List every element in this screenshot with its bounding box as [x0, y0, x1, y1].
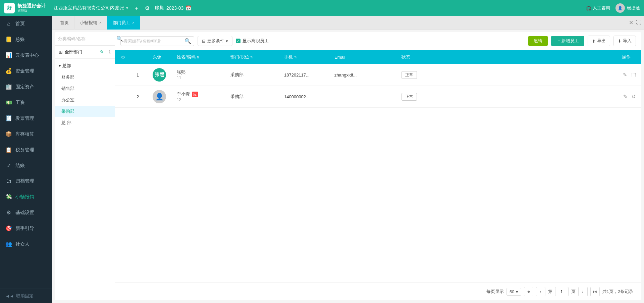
next-page-button[interactable]: › — [578, 287, 588, 296]
col-name-sort-icon: ⇅ — [197, 55, 199, 59]
sidebar-item-home[interactable]: ⌂ 首页 — [0, 16, 52, 32]
import-button[interactable]: ⬇ 导入 — [613, 36, 636, 46]
dept-node-office[interactable]: 办公室 — [55, 94, 115, 106]
add-company-icon[interactable]: ＋ — [133, 4, 140, 12]
sidebar-item-social[interactable]: 👥 社众人 — [0, 236, 52, 252]
company-selector[interactable]: 江西服宝精品有限责任公司内账张 ▾ — [54, 5, 128, 11]
dept-search-input[interactable] — [58, 36, 114, 41]
add-employee-button[interactable]: + 新增员工 — [551, 36, 584, 46]
emp-search-box: 🔍 — [120, 36, 194, 46]
sidebar-item-salary[interactable]: 💵 工资 — [0, 95, 52, 110]
sidebar-item-guide[interactable]: 🎯 新手引导 — [0, 220, 52, 236]
sidebar-item-assets[interactable]: 🏢 固定资产 — [0, 79, 52, 95]
tab-dept-emp[interactable]: 部门员工 × — [107, 16, 140, 30]
emp-search-icon[interactable]: 🔍 — [184, 38, 191, 44]
last-page-button[interactable]: ⏭ — [590, 287, 600, 296]
export-button[interactable]: ⬆ 导出 — [588, 36, 610, 46]
dept-node-label: 财务部 — [61, 74, 74, 80]
avatar: 👤 — [153, 90, 166, 103]
dept-node-zongbu-group[interactable]: ▾ 总部 — [55, 60, 115, 71]
page-content: 🔍 ⊞ 全部部门 ✎ 《 ▾ 总部 财务部 — [55, 32, 641, 300]
social-icon: 👥 — [5, 241, 12, 247]
sidebar-item-closing[interactable]: ✓ 结账 — [0, 158, 52, 173]
dept-node-sales[interactable]: 销售部 — [55, 83, 115, 94]
col-phone-sort-icon: ⇅ — [294, 55, 297, 59]
dept-node-headquarters[interactable]: 总 部 — [55, 117, 115, 129]
refresh-icon[interactable]: ↺ — [632, 94, 636, 100]
sidebar-item-invoice[interactable]: 🧾 发票管理 — [0, 110, 52, 126]
row2-dept: 采购部 — [225, 86, 279, 108]
col-dept[interactable]: 部门/职位 ⇅ — [225, 50, 279, 64]
table-row: 1 张熙 张熙 11 采购部 — [115, 64, 641, 86]
avatar: 👤 — [615, 3, 625, 13]
settings-icon[interactable]: ⚙ — [145, 5, 150, 11]
logo-icon: 好 — [4, 3, 15, 13]
invite-button[interactable]: 邀请 — [528, 36, 548, 46]
col-email: Email — [329, 50, 396, 64]
col-phone[interactable]: 手机 ⇅ — [279, 50, 329, 64]
row2-email — [329, 86, 396, 108]
dept-node-finance[interactable]: 财务部 — [55, 71, 115, 83]
sidebar-item-archive[interactable]: 🗂 归档管理 — [0, 173, 52, 189]
col-dept-sort-icon: ⇅ — [250, 55, 253, 59]
sidebar-item-ledger[interactable]: 📒 总账 — [0, 32, 52, 47]
col-status: 状态 — [396, 50, 436, 64]
sidebar-item-label: 工资 — [15, 100, 25, 106]
sidebar-item-tax[interactable]: 📋 税务管理 — [0, 142, 52, 158]
edit-dept-icon[interactable]: ✎ — [100, 49, 104, 55]
emp-search-input[interactable] — [123, 39, 182, 44]
sidebar-item-label: 资金管理 — [15, 68, 34, 74]
collapse-icon[interactable]: 《 — [106, 49, 111, 55]
tab-dept-emp-close-icon[interactable]: × — [132, 20, 135, 25]
page-input[interactable] — [555, 287, 569, 296]
edit-icon[interactable]: ✎ — [623, 94, 628, 100]
company-dropdown-icon: ▾ — [126, 6, 128, 10]
sidebar-item-expense[interactable]: 💸 小畅报销 — [0, 189, 52, 205]
sidebar-item-label: 发票管理 — [15, 115, 34, 121]
app-sub: 旗舰版 — [17, 8, 46, 13]
reports-icon: 📊 — [5, 52, 12, 58]
export-icon: ⬆ — [592, 39, 596, 44]
logo: 好 畅捷通好会计 旗舰版 — [4, 3, 51, 13]
close-tab-icon[interactable]: ✕ — [629, 19, 633, 26]
total-label: 共1页，2条记录 — [602, 289, 633, 295]
tab-expense[interactable]: 小畅报销 × — [74, 16, 107, 30]
filter-icon: ⊟ — [202, 39, 206, 44]
headset-icon: 🎧 — [586, 6, 591, 11]
calendar-icon: 📅 — [185, 5, 191, 11]
period-selector[interactable]: 账期 2023-03 📅 — [155, 5, 191, 11]
filter-label: 更多条件 — [207, 38, 224, 44]
top-right-area: 🎧 人工咨询 👤 畅捷通 — [586, 3, 640, 13]
sidebar-item-inventory[interactable]: 📦 库存核算 — [0, 126, 52, 142]
support-btn[interactable]: 🎧 人工咨询 — [586, 5, 610, 11]
sidebar-item-label: 新手引导 — [15, 225, 34, 232]
tab-expense-close-icon[interactable]: × — [99, 20, 102, 25]
filter-button[interactable]: ⊟ 更多条件 ▾ — [198, 36, 232, 46]
logout-icon[interactable]: ⬚ — [631, 72, 636, 78]
tab-home[interactable]: 首页 — [55, 16, 74, 30]
sidebar-item-funds[interactable]: 💰 资金管理 — [0, 63, 52, 79]
col-settings[interactable]: ⚙ — [115, 50, 131, 64]
col-name[interactable]: 姓名/编码 ⇅ — [171, 50, 225, 64]
expand-icon[interactable]: ⛶ — [636, 19, 641, 26]
checkbox-icon: ✓ — [236, 39, 240, 43]
export-label: 导出 — [597, 38, 606, 44]
row1-dept: 采购部 — [225, 64, 279, 86]
sidebar-item-basic-settings[interactable]: ⚙ 基础设置 — [0, 205, 52, 220]
emp-table: ⚙ 头像 姓名/编码 ⇅ 部门/职位 ⇅ — [115, 50, 641, 283]
logo-text-group: 畅捷通好会计 旗舰版 — [17, 3, 46, 13]
prev-page-button[interactable]: ‹ — [536, 287, 545, 296]
show-left-checkbox[interactable]: ✓ 显示离职员工 — [236, 38, 269, 44]
all-dept-row[interactable]: ⊞ 全部部门 ✎ 《 — [55, 46, 115, 59]
sidebar-item-reports[interactable]: 📊 云报表中心 — [0, 47, 52, 63]
unpin-button[interactable]: ◄◄ 取消固定 — [0, 289, 52, 303]
dept-node-purchase[interactable]: 采购部 — [55, 106, 115, 117]
per-page-select[interactable]: 50 ▾ — [506, 288, 521, 296]
emp-code: 12 — [177, 97, 220, 102]
first-page-button[interactable]: ⏮ — [524, 287, 533, 296]
user-area[interactable]: 👤 畅捷通 — [615, 3, 640, 13]
closing-icon: ✓ — [5, 162, 12, 169]
edit-icon[interactable]: ✎ — [623, 72, 627, 78]
row2-name: 宁小壹 应 12 — [171, 86, 225, 108]
sidebar-item-label: 基础设置 — [15, 210, 34, 216]
